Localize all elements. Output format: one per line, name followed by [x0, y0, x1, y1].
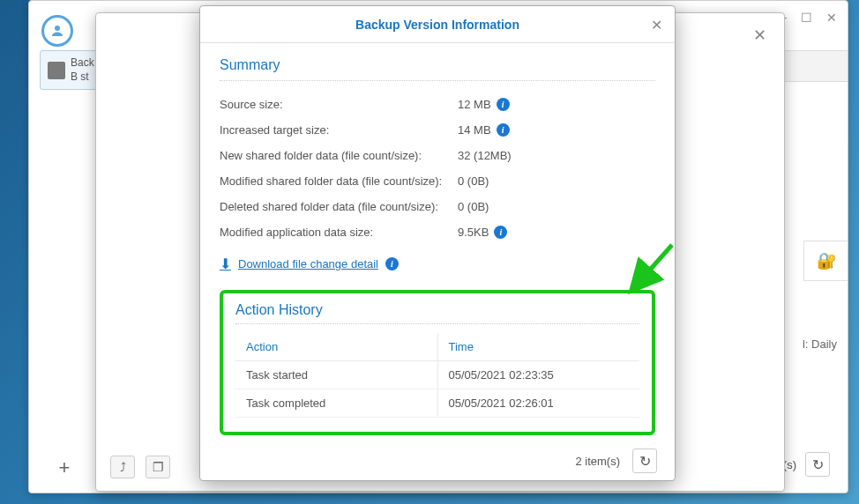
action-column-header[interactable]: Action [235, 333, 437, 361]
modified-folder-row: Modified shared folder data (file count/… [220, 168, 655, 194]
info-icon[interactable]: i [497, 123, 510, 137]
modified-folder-label: Modified shared folder data (file count/… [220, 174, 458, 188]
time-cell: 05/05/2021 02:23:35 [437, 361, 639, 389]
action-cell: Task started [235, 361, 437, 389]
items-count: 2 item(s) [575, 455, 620, 468]
refresh-button[interactable]: ↻ [805, 452, 830, 477]
time-column-header[interactable]: Time [437, 333, 639, 361]
deleted-folder-row: Deleted shared folder data (file count/s… [220, 194, 655, 219]
restore-button[interactable]: ⤴ [110, 456, 135, 478]
info-icon[interactable]: i [494, 226, 507, 239]
info-icon[interactable]: i [497, 98, 510, 111]
new-folder-row: New shared folder data (file count/size)… [220, 143, 655, 168]
time-cell: 05/05/2021 02:26:01 [437, 389, 639, 418]
schedule-label: l: Daily [803, 337, 837, 351]
info-icon[interactable]: i [385, 257, 399, 271]
table-row[interactable]: Task completed 05/05/2021 02:26:01 [235, 389, 639, 418]
close-icon[interactable]: ✕ [651, 17, 662, 33]
action-history-title: Action History [235, 302, 639, 324]
download-file-change-link[interactable]: ⬇ Download file change detail [220, 256, 378, 272]
new-folder-label: New shared folder data (file count/size)… [220, 149, 458, 162]
increased-size-label: Increased target size: [220, 123, 458, 137]
new-folder-value: 32 (12MB) [458, 149, 512, 162]
maximize-icon[interactable]: ☐ [801, 11, 812, 25]
dialog-body: Summary Source size: 12 MB i Increased t… [200, 43, 675, 441]
sidebar-label-1: Back [71, 56, 94, 70]
dialog-footer: 2 item(s) ↻ [200, 441, 675, 480]
modified-folder-value: 0 (0B) [458, 174, 489, 188]
svg-point-0 [55, 26, 60, 31]
download-link-text: Download file change detail [238, 257, 378, 271]
source-size-label: Source size: [220, 98, 458, 111]
deleted-folder-value: 0 (0B) [458, 200, 489, 213]
secondary-toolbar: ⤴ ❐ [110, 456, 170, 478]
increased-size-row: Increased target size: 14 MB i [220, 117, 655, 143]
modified-app-value: 9.5KB [458, 226, 489, 239]
backup-version-info-dialog: Backup Version Information ✕ Summary Sou… [199, 5, 676, 481]
sidebar-label-2: B st [71, 70, 94, 85]
summary-title: Summary [220, 57, 655, 81]
copy-button[interactable]: ❐ [146, 456, 170, 478]
source-size-value: 12 MB [458, 98, 491, 111]
download-icon: ⬇ [220, 256, 231, 272]
lock-user-icon: 🔐 [817, 251, 836, 271]
download-link-row: ⬇ Download file change detail i [220, 256, 655, 272]
source-size-row: Source size: 12 MB i [220, 92, 655, 117]
dialog-header: Backup Version Information ✕ [200, 6, 675, 43]
deleted-folder-label: Deleted shared folder data (file count/s… [220, 200, 458, 213]
action-cell: Task completed [235, 389, 437, 418]
server-icon [48, 62, 65, 79]
add-button[interactable]: + [47, 454, 82, 482]
increased-size-value: 14 MB [458, 123, 491, 137]
table-row[interactable]: Task started 05/05/2021 02:23:35 [235, 361, 639, 389]
modified-app-row: Modified application data size: 9.5KB i [220, 219, 655, 245]
refresh-button[interactable]: ↻ [632, 448, 657, 473]
action-history-table: Action Time Task started 05/05/2021 02:2… [235, 333, 639, 418]
close-icon[interactable]: ✕ [753, 26, 766, 45]
close-icon[interactable]: ✕ [826, 11, 837, 25]
action-history-section: Action History Action Time Task started … [220, 290, 655, 435]
modified-app-label: Modified application data size: [220, 226, 458, 239]
app-icon [41, 15, 73, 47]
dialog-title: Backup Version Information [355, 18, 519, 32]
side-panel-button[interactable]: 🔐 [803, 241, 848, 281]
